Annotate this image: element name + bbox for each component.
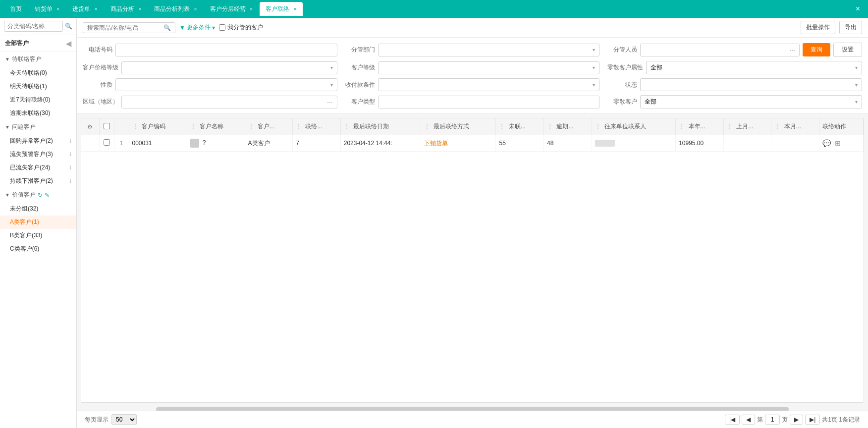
query-button[interactable]: 查询 <box>803 43 830 56</box>
select-all-checkbox[interactable] <box>104 123 110 129</box>
sidebar-item-repurchase-label: 回购异常客户(2) <box>10 137 53 145</box>
nav-goods-analysis-close[interactable]: × <box>138 6 141 12</box>
nav-customer-tier[interactable]: 客户分层经营 × <box>204 2 259 16</box>
section-pending-label: 待联络客户 <box>12 55 42 63</box>
thismonth-drag-handle[interactable]: ⋮ <box>774 123 780 130</box>
search-icon[interactable]: 🔍 <box>163 24 171 31</box>
value-refresh-icon[interactable]: ↻ <box>38 192 43 199</box>
th-code-label: 客户编码 <box>142 123 165 130</box>
name-drag-handle[interactable]: ⋮ <box>190 123 196 130</box>
overdue-drag-handle[interactable]: ⋮ <box>547 123 553 130</box>
grid-icon[interactable]: ⊞ <box>835 139 841 147</box>
batch-op-button[interactable]: 批量操作 <box>801 21 835 34</box>
section-problem[interactable]: ▼ 问题客户 <box>0 120 76 134</box>
chat-icon[interactable]: 💬 <box>822 139 831 147</box>
my-customers-checkbox[interactable]: 我分管的客户 <box>219 23 263 32</box>
search-input[interactable] <box>87 24 162 31</box>
last-way-link[interactable]: 下销货单 <box>424 140 448 147</box>
row-checkbox-cell[interactable] <box>99 135 114 152</box>
th-action: 联络动作 <box>819 118 864 135</box>
payment-input[interactable]: ▾ <box>378 78 600 91</box>
next-page-button[interactable]: ▶ <box>790 415 803 425</box>
th-overdue-label: 逾期... <box>556 123 573 130</box>
nav-purchase[interactable]: 进货单 × <box>66 2 103 16</box>
person-input[interactable]: ··· <box>640 44 800 56</box>
nav-customer-tier-close[interactable]: × <box>250 6 253 12</box>
status-input[interactable]: ▾ <box>640 78 862 91</box>
sidebar-item-overdue[interactable]: 逾期未联络(30) <box>0 107 76 120</box>
code-drag-handle[interactable]: ⋮ <box>132 123 138 130</box>
sidebar-item-declining[interactable]: 持续下滑客户(2) ℹ <box>0 174 76 188</box>
last-page-button[interactable]: ▶| <box>805 415 820 425</box>
sidebar-item-b-class[interactable]: B类客户(33) <box>0 229 76 242</box>
more-filter-button[interactable]: ▼ 更多条件 ▾ <box>179 23 215 32</box>
nav-goods-list[interactable]: 商品分析列表 × <box>148 2 203 16</box>
cust-type-input[interactable] <box>378 96 600 108</box>
horizontal-scrollbar[interactable] <box>77 407 868 411</box>
sidebar-item-churned[interactable]: 已流失客户(24) ℹ <box>0 161 76 174</box>
prev-page-button[interactable]: ◀ <box>742 415 755 425</box>
date-drag-handle[interactable]: ⋮ <box>344 123 350 130</box>
retail-attr-input[interactable]: 全部 ▾ <box>646 61 862 74</box>
my-customers-check[interactable] <box>219 24 225 31</box>
nocontact-drag-handle[interactable]: ⋮ <box>499 123 505 130</box>
sidebar-item-churn-warning[interactable]: 流失预警客户(3) ℹ <box>0 148 76 161</box>
phone-input[interactable] <box>115 44 337 56</box>
retail-input[interactable]: 全部 ▾ <box>640 95 862 108</box>
sidebar-item-repurchase-abnormal[interactable]: 回购异常客户(2) ℹ <box>0 134 76 148</box>
row-this-year: 10995.00 <box>676 135 724 152</box>
price-level-input[interactable]: ▾ <box>121 61 337 74</box>
person-dots-icon: ··· <box>789 46 795 54</box>
nav-sales-close[interactable]: × <box>56 6 59 12</box>
sidebar-search-icon[interactable]: 🔍 <box>65 23 72 30</box>
export-button[interactable]: 导出 <box>839 21 862 34</box>
setting-button[interactable]: 设置 <box>833 43 862 57</box>
cust-level-input[interactable]: ▾ <box>378 61 600 74</box>
sidebar-collapse-button[interactable]: ◀ <box>66 40 71 48</box>
search-box: 🔍 <box>83 22 175 33</box>
nav-goods-list-close[interactable]: × <box>194 6 197 12</box>
sidebar-item-b-class-label: B类客户(33) <box>10 231 42 240</box>
th-last-month-label: 上月... <box>736 123 753 130</box>
section-pending-contact[interactable]: ▼ 待联络客户 <box>0 52 76 66</box>
nav-purchase-label: 进货单 <box>72 5 90 13</box>
sidebar-item-today[interactable]: 今天待联络(0) <box>0 66 76 80</box>
way-drag-handle[interactable]: ⋮ <box>424 123 430 130</box>
sidebar-search-input[interactable] <box>4 21 63 32</box>
nav-purchase-close[interactable]: × <box>94 6 97 12</box>
sidebar-item-c-class[interactable]: C类客户(6) <box>0 242 76 256</box>
row-checkbox[interactable] <box>104 139 110 146</box>
nav-home[interactable]: 首页 <box>4 2 28 16</box>
sidebar-search-area: 🔍 <box>0 18 76 35</box>
unit-drag-handle[interactable]: ⋮ <box>595 123 601 130</box>
current-page-input[interactable] <box>765 415 780 425</box>
window-close-button[interactable]: × <box>852 4 864 13</box>
nav-goods-analysis[interactable]: 商品分析 × <box>105 2 147 16</box>
sidebar-all-customers[interactable]: 全部客户 ◀ <box>0 35 76 52</box>
section-value[interactable]: ▼ 价值客户 ↻ ✎ <box>0 188 76 202</box>
first-page-button[interactable]: |◀ <box>725 415 740 425</box>
class-drag-handle[interactable]: ⋮ <box>248 123 254 130</box>
value-edit-icon[interactable]: ✎ <box>45 192 50 199</box>
person-label: 分管人员 <box>607 46 637 54</box>
region-input[interactable]: ··· <box>121 96 337 108</box>
th-checkbox[interactable] <box>99 118 114 135</box>
th-settings[interactable]: ⚙ <box>81 118 99 135</box>
nature-input[interactable]: ▾ <box>115 78 337 91</box>
sidebar-item-a-class[interactable]: A类客户(1) <box>0 215 76 229</box>
nav-sales[interactable]: 销货单 × <box>29 2 65 16</box>
filter-row-dept: 分管部门 ▾ <box>345 43 600 57</box>
repurchase-info-icon: ℹ <box>69 138 71 144</box>
settings-gear-icon[interactable]: ⚙ <box>87 123 93 130</box>
lastmonth-drag-handle[interactable]: ⋮ <box>727 123 733 130</box>
nav-customer-contact[interactable]: 客户联络 × <box>260 2 302 16</box>
nav-customer-contact-close[interactable]: × <box>293 6 296 12</box>
sidebar-item-week[interactable]: 近7天待联络(0) <box>0 93 76 107</box>
dept-input[interactable]: ▾ <box>378 44 600 56</box>
year-drag-handle[interactable]: ⋮ <box>679 123 685 130</box>
per-page-select[interactable]: 50 100 200 <box>111 414 137 425</box>
sidebar-item-tomorrow[interactable]: 明天待联络(1) <box>0 80 76 93</box>
sidebar-item-ungrouped[interactable]: 未分组(32) <box>0 202 76 215</box>
row-action: 💬 ⊞ <box>819 135 864 152</box>
contact-drag-handle[interactable]: ⋮ <box>296 123 302 130</box>
